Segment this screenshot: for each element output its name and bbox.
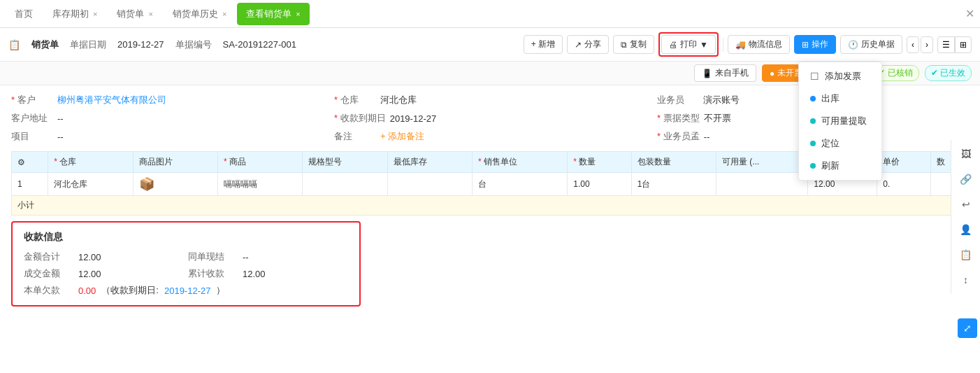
project-row: 项目 -- bbox=[11, 130, 323, 143]
transaction-amount-value: 12.00 bbox=[78, 269, 101, 279]
date-value: 2019-12-27 bbox=[117, 39, 164, 50]
print-highlight-box: 🖨 打印 ▼ bbox=[658, 32, 719, 57]
copy-button[interactable]: ⧉ 复制 bbox=[613, 35, 654, 54]
dropdown-refresh[interactable]: 刷新 bbox=[799, 155, 881, 177]
col-available: 可用量 (... bbox=[716, 152, 808, 173]
phone-icon: 📱 bbox=[702, 69, 712, 78]
right-swap-btn[interactable]: ↕ bbox=[954, 269, 977, 291]
due-date-value: 2019-12-27 bbox=[164, 286, 211, 296]
tab-sales-order[interactable]: 销货单 × bbox=[108, 3, 161, 25]
from-phone-button[interactable]: 📱 来自手机 bbox=[694, 64, 756, 82]
subtotal-label: 小计 bbox=[12, 196, 969, 216]
doc-type-icon: 📋 bbox=[8, 39, 20, 50]
dropdown-available-qty[interactable]: 可用量提取 bbox=[799, 110, 881, 132]
dropdown-add-invoice[interactable]: ☐ 添加发票 bbox=[799, 65, 881, 87]
address-row: 客户地址 -- bbox=[11, 112, 323, 125]
salesman-label: 业务员 bbox=[657, 94, 699, 106]
total-amount-label: 金额合计 bbox=[24, 251, 73, 263]
add-remark-btn[interactable]: + 添加备注 bbox=[380, 130, 424, 143]
warehouse-label: 仓库 bbox=[334, 94, 376, 106]
print-dropdown-arrow: ▼ bbox=[700, 40, 708, 50]
toolbar-actions: + 新增 ↗ 分享 ⧉ 复制 🖨 打印 ▼ 🚚 物流信息 bbox=[524, 32, 972, 57]
grid-view-btn[interactable]: ⊞ bbox=[955, 36, 972, 53]
window-close-btn[interactable]: ✕ bbox=[965, 7, 974, 20]
cell-spec bbox=[303, 173, 387, 196]
tab-home[interactable]: 首页 bbox=[6, 3, 42, 25]
share-icon: ↗ bbox=[575, 40, 582, 50]
col-spec: 规格型号 bbox=[303, 152, 387, 173]
col-price: 单价 bbox=[877, 152, 931, 173]
checkbox-icon: ☐ bbox=[810, 71, 819, 82]
tab-sales-order-close[interactable]: × bbox=[148, 10, 152, 18]
history-icon: 🕐 bbox=[848, 40, 858, 50]
doc-type-label: 销货单 bbox=[31, 38, 59, 51]
copy-icon: ⧉ bbox=[621, 40, 627, 50]
right-user-btn[interactable]: 👤 bbox=[954, 218, 977, 241]
doc-info: 📋 销货单 单据日期 2019-12-27 单据编号 SA-20191227-0… bbox=[8, 38, 296, 51]
new-button[interactable]: + 新增 bbox=[524, 35, 563, 54]
next-button[interactable]: › bbox=[921, 36, 933, 53]
history-button[interactable]: 🕐 历史单据 bbox=[840, 35, 902, 54]
remark-label: 备注 bbox=[334, 130, 376, 143]
col-pack-qty: 包装数量 bbox=[631, 152, 716, 173]
col-min-stock: 最低库存 bbox=[387, 152, 472, 173]
total-amount-row: 金额合计 12.00 bbox=[24, 251, 184, 263]
payment-title: 收款信息 bbox=[24, 231, 348, 244]
grid-icon: ⊞ bbox=[802, 40, 809, 50]
right-link-btn[interactable]: 🔗 bbox=[954, 168, 977, 190]
list-view-btn[interactable]: ☰ bbox=[937, 36, 955, 53]
cell-available bbox=[716, 173, 808, 196]
right-clipboard-btn[interactable]: 📋 bbox=[954, 244, 977, 266]
customer-label: 客户 bbox=[11, 94, 53, 106]
col-gear: ⚙ bbox=[12, 152, 48, 173]
logistics-button[interactable]: 🚚 物流信息 bbox=[728, 35, 790, 54]
customer-value[interactable]: 柳州粤港平安气体有限公司 bbox=[57, 94, 166, 106]
project-value: -- bbox=[57, 132, 64, 142]
dot-cyan-icon-1 bbox=[810, 118, 816, 124]
tab-check-sales[interactable]: 查看销货单 × bbox=[237, 3, 309, 25]
accumulated-label: 累计收款 bbox=[188, 267, 237, 280]
cell-min-stock bbox=[387, 173, 472, 196]
subtotal-row: 小计 bbox=[12, 196, 969, 216]
dropdown-outbound[interactable]: 出库 bbox=[799, 87, 881, 110]
share-button[interactable]: ↗ 分享 bbox=[567, 35, 609, 54]
tab-inventory-init-close[interactable]: × bbox=[93, 10, 97, 18]
print-button[interactable]: 🖨 打印 ▼ bbox=[661, 35, 716, 54]
operate-button[interactable]: ⊞ 操作 bbox=[794, 35, 836, 54]
check-icon-3: ✔ bbox=[931, 68, 938, 78]
current-owed-row: 本单欠款 0.00 （收款到期日: 2019-12-27 ） bbox=[24, 284, 348, 297]
cell-price: 0. bbox=[877, 173, 931, 196]
nav-buttons: ‹ › bbox=[907, 36, 933, 53]
prev-button[interactable]: ‹ bbox=[907, 36, 919, 53]
date-label: 单据日期 bbox=[70, 38, 106, 51]
dot-blue-icon bbox=[810, 96, 816, 101]
tab-sales-history[interactable]: 销货单历史 × bbox=[164, 3, 236, 25]
tab-inventory-init[interactable]: 库存期初 × bbox=[43, 3, 106, 25]
tab-check-sales-close[interactable]: × bbox=[296, 10, 300, 18]
view-buttons: ☰ ⊞ bbox=[937, 36, 972, 53]
salesman-value: 演示账号 bbox=[703, 94, 740, 106]
dot-orange: ● bbox=[770, 69, 774, 78]
dropdown-locate[interactable]: 定位 bbox=[799, 132, 881, 155]
tab-bar: 首页 库存期初 × 销货单 × 销货单历史 × 查看销货单 × ✕ bbox=[0, 0, 980, 28]
expand-button[interactable]: ⤢ bbox=[958, 318, 977, 338]
accumulated-row: 累计收款 12.00 bbox=[188, 267, 348, 280]
due-date-info: （收款到期日: bbox=[101, 284, 159, 297]
payment-grid: 金额合计 12.00 同单现结 -- 成交金额 12.00 累计收款 12.00… bbox=[24, 251, 348, 297]
same-order-row: 同单现结 -- bbox=[188, 251, 348, 263]
tab-sales-history-close[interactable]: × bbox=[222, 10, 226, 18]
payment-section: 收款信息 金额合计 12.00 同单现结 -- 成交金额 12.00 累计收款 … bbox=[11, 221, 361, 307]
customer-row: 客户 柳州粤港平安气体有限公司 bbox=[11, 94, 323, 106]
right-panel: 🖼 🔗 ↩ 👤 📋 ↕ bbox=[951, 140, 980, 294]
project-label: 项目 bbox=[11, 130, 53, 143]
tab-home-label: 首页 bbox=[15, 8, 33, 20]
right-image-btn[interactable]: 🖼 bbox=[954, 143, 977, 165]
col-product: 商品 bbox=[217, 152, 302, 173]
salesman2-label: 业务员孟 bbox=[657, 130, 700, 143]
tab-sales-history-label: 销货单历史 bbox=[173, 8, 218, 20]
same-order-label: 同单现结 bbox=[188, 251, 237, 263]
right-return-btn[interactable]: ↩ bbox=[954, 193, 977, 216]
payment-date-label: 收款到期日 bbox=[334, 112, 386, 125]
number-label: 单据编号 bbox=[175, 38, 212, 51]
col-qty: 数量 bbox=[568, 152, 631, 173]
